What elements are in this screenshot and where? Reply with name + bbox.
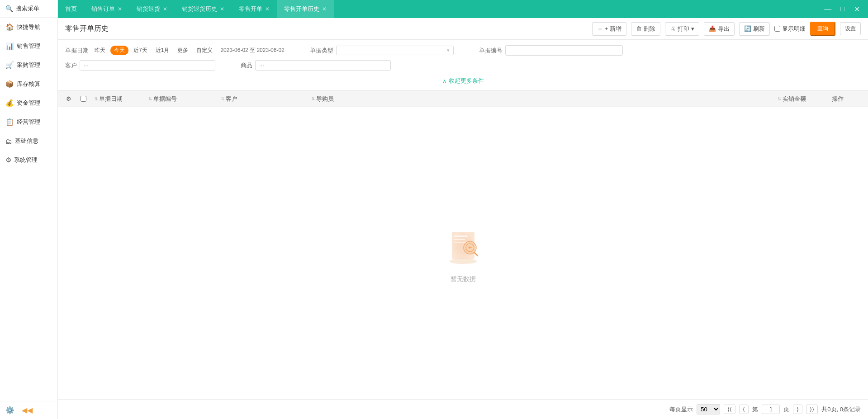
date-7days[interactable]: 近7天: [130, 46, 151, 55]
print-button[interactable]: 🖨 打印 ▾: [665, 22, 699, 36]
tab-sales-return[interactable]: 销货退货 ✕: [129, 0, 175, 18]
goods-select-value: ···: [259, 62, 264, 69]
sort-icon-guide: ⇅: [311, 96, 315, 101]
col-customer-label: 客户: [226, 95, 237, 103]
col-guide-label: 导购员: [316, 95, 334, 103]
page-title: 零售开单历史: [65, 24, 109, 33]
number-filter: 单据编号: [479, 45, 623, 56]
collapse-icon[interactable]: ◀◀: [22, 406, 33, 414]
first-page-btn[interactable]: ⟨⟨: [724, 405, 735, 414]
show-detail-input[interactable]: [774, 26, 780, 32]
svg-rect-4: [454, 242, 466, 243]
sidebar-item-basic[interactable]: 🗂 基础信息: [0, 132, 57, 151]
sort-icon-customer: ⇅: [221, 96, 224, 101]
date-yesterday[interactable]: 昨天: [91, 46, 109, 55]
tab-home[interactable]: 首页: [58, 0, 84, 18]
page-total: 共0页, 0条记录: [821, 405, 861, 414]
print-icon: 🖨: [670, 25, 676, 32]
print-label: 打印: [678, 25, 689, 33]
settings-button[interactable]: 设置: [840, 22, 861, 35]
tab-sales-return-history-close[interactable]: ✕: [220, 6, 224, 12]
col-checkbox[interactable]: [76, 96, 90, 102]
number-input[interactable]: [505, 45, 623, 56]
date-filter: 单据日期 昨天 今天 近7天 近1月 更多 自定义 2023-06-02 至 2…: [65, 46, 285, 55]
col-settings[interactable]: ⚙: [62, 95, 76, 102]
add-button[interactable]: ＋ + 新增: [592, 22, 626, 36]
tab-sales-return-close[interactable]: ✕: [163, 6, 167, 12]
date-more[interactable]: 更多: [174, 46, 191, 55]
tab-retail-open-close[interactable]: ✕: [265, 6, 270, 12]
col-date-label: 单据日期: [99, 95, 123, 103]
sidebar-item-finance[interactable]: 💰 资金管理: [0, 94, 57, 113]
sidebar-item-operations[interactable]: 📋 经营管理: [0, 113, 57, 132]
per-page-label: 每页显示: [669, 405, 693, 414]
delete-button[interactable]: 🗑 删除: [631, 22, 660, 36]
customer-select[interactable]: ···: [80, 60, 215, 71]
query-button[interactable]: 查询: [810, 22, 835, 36]
date-custom[interactable]: 自定义: [193, 46, 216, 55]
sidebar-finance-label: 资金管理: [17, 99, 40, 107]
col-num-header[interactable]: ⇅ 单据编号: [145, 95, 217, 103]
sidebar-item-sales[interactable]: 📊 销售管理: [0, 37, 57, 56]
tab-sales-order[interactable]: 销售订单 ✕: [84, 0, 129, 18]
date-today[interactable]: 今天: [110, 46, 128, 55]
col-guide-header[interactable]: ⇅ 导购员: [308, 95, 362, 103]
sidebar-item-purchase[interactable]: 🛒 采购管理: [0, 56, 57, 75]
next-page-btn[interactable]: ⟩: [793, 405, 802, 414]
sort-icon-amount: ⇅: [778, 96, 781, 101]
filter-area: 单据日期 昨天 今天 近7天 近1月 更多 自定义 2023-06-02 至 2…: [58, 40, 868, 91]
export-button[interactable]: 📤 导出: [704, 22, 735, 36]
goods-filter-label: 商品: [241, 61, 252, 70]
export-icon: 📤: [709, 25, 716, 32]
type-filter: 单据类型 ▾: [310, 46, 454, 55]
filter-collapse-btn[interactable]: ∧ 收起更多条件: [65, 75, 861, 89]
sidebar-item-system[interactable]: ⚙ 系统管理: [0, 151, 57, 169]
tab-retail-history-close[interactable]: ✕: [322, 6, 327, 12]
col-customer-header[interactable]: ⇅ 客户: [217, 95, 308, 103]
page-size-select[interactable]: 50 10 20 100: [697, 404, 720, 414]
select-all-checkbox[interactable]: [81, 96, 86, 102]
search-menu-item[interactable]: 🔍 搜索采单: [0, 0, 57, 18]
sort-icon-date: ⇅: [94, 96, 98, 101]
sidebar-system-icon: ⚙: [5, 156, 11, 164]
last-page-btn[interactable]: ⟩⟩: [806, 405, 818, 414]
col-amount-header[interactable]: ⇅ 实销金额: [774, 95, 828, 103]
date-1month[interactable]: 近1月: [152, 46, 173, 55]
tab-retail-history[interactable]: 零售开单历史 ✕: [277, 0, 334, 18]
date-range-display: 2023-06-02 至 2023-06-02: [220, 47, 284, 54]
sidebar-item-quick-nav[interactable]: 🏠 快捷导航: [0, 18, 57, 37]
sidebar-inventory-icon: 📦: [5, 80, 14, 88]
empty-illustration: [441, 223, 486, 268]
date-filter-label: 单据日期: [65, 47, 89, 55]
col-date-header[interactable]: ⇅ 单据日期: [90, 95, 145, 103]
window-close-btn[interactable]: ✕: [851, 4, 863, 14]
pagination-bar: 每页显示 50 10 20 100 ⟨⟨ ⟨ 第 页 ⟩ ⟩⟩ 共0页, 0条记…: [58, 399, 868, 419]
sidebar-purchase-icon: 🛒: [5, 61, 14, 69]
show-detail-checkbox[interactable]: 显示明细: [774, 25, 806, 33]
number-filter-label: 单据编号: [479, 47, 503, 55]
tab-retail-open[interactable]: 零售开单 ✕: [232, 0, 277, 18]
col-action-header: 操作: [828, 95, 864, 103]
settings-col-icon: ⚙: [66, 95, 71, 102]
type-select[interactable]: ▾: [336, 46, 454, 55]
refresh-button[interactable]: 🔄 刷新: [739, 22, 770, 36]
tab-sales-return-label: 销货退货: [137, 5, 160, 13]
add-label: + 新增: [605, 25, 621, 33]
prev-page-btn[interactable]: ⟨: [739, 405, 749, 414]
sidebar-inventory-label: 库存核算: [17, 80, 40, 88]
tab-sales-order-close[interactable]: ✕: [118, 6, 122, 12]
refresh-label: 刷新: [753, 25, 765, 33]
customer-select-value: ···: [84, 62, 89, 69]
page-input[interactable]: [762, 405, 780, 414]
refresh-icon: 🔄: [744, 25, 751, 32]
sidebar-operations-icon: 📋: [5, 118, 14, 126]
window-minimize-btn[interactable]: —: [821, 4, 834, 14]
goods-select[interactable]: ···: [255, 60, 391, 71]
empty-state: 暂无数据: [58, 107, 868, 399]
window-restore-btn[interactable]: □: [838, 4, 848, 14]
settings-icon[interactable]: ⚙️: [5, 406, 14, 414]
sidebar-finance-icon: 💰: [5, 99, 14, 107]
customer-filter-label: 客户: [65, 61, 77, 70]
tab-sales-return-history[interactable]: 销货退货历史 ✕: [175, 0, 232, 18]
sidebar-item-inventory[interactable]: 📦 库存核算: [0, 75, 57, 94]
